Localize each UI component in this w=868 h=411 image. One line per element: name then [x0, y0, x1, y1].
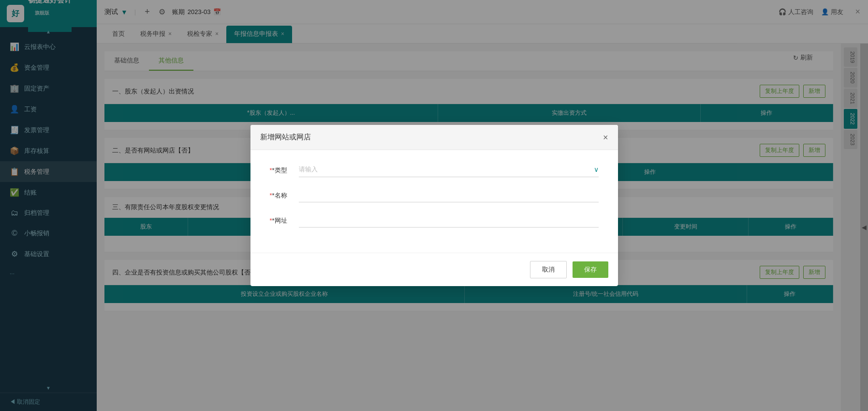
dialog-body: **类型 ∨ **名称 **网址: [250, 150, 618, 253]
dialog-close-button[interactable]: ×: [603, 133, 608, 142]
add-website-dialog: 新增网站或网店 × **类型 ∨ **名称: [250, 125, 618, 286]
type-input[interactable]: [299, 164, 594, 175]
dialog-header: 新增网站或网店 ×: [250, 125, 618, 150]
form-row-name: **名称: [270, 189, 599, 202]
name-label: **名称: [270, 191, 299, 200]
type-dropdown-arrow[interactable]: ∨: [594, 166, 599, 173]
save-button[interactable]: 保存: [573, 261, 608, 278]
form-row-type: **类型 ∨: [270, 164, 599, 177]
dialog-overlay: 新增网站或网店 × **类型 ∨ **名称: [0, 0, 868, 411]
form-row-url: **网址: [270, 214, 599, 228]
type-label: **类型: [270, 166, 299, 175]
url-input-wrapper: [299, 214, 599, 228]
type-input-wrapper: ∨: [299, 164, 599, 177]
cancel-button[interactable]: 取消: [530, 261, 567, 278]
name-input[interactable]: [299, 189, 599, 200]
url-input[interactable]: [299, 214, 599, 225]
dialog-title: 新增网站或网店: [260, 133, 311, 142]
dialog-footer: 取消 保存: [250, 253, 618, 286]
url-label: **网址: [270, 216, 299, 225]
name-input-wrapper: [299, 189, 599, 202]
